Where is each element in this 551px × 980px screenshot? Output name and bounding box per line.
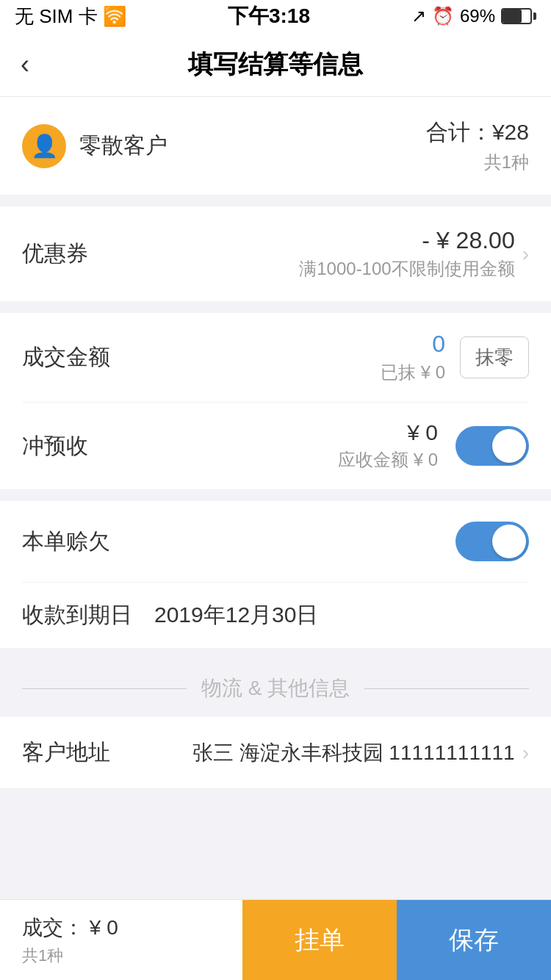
chevron-right-icon: › <box>522 242 529 266</box>
line-left <box>22 688 187 689</box>
toggle-knob <box>492 429 526 463</box>
transaction-label: 成交金额 <box>22 342 110 372</box>
hold-button-label: 挂单 <box>295 923 345 957</box>
prereceive-toggle[interactable] <box>455 426 529 466</box>
save-button[interactable]: 保存 <box>397 900 551 981</box>
line-right <box>364 688 529 689</box>
transaction-row: 成交金额 0 已抹 ¥ 0 抹零 <box>0 313 551 402</box>
prereceive-row: 冲预收 ¥ 0 应收金额 ¥ 0 <box>0 403 551 489</box>
back-button[interactable]: ‹ <box>21 49 29 80</box>
due-date-label: 收款到期日 <box>22 600 132 630</box>
transaction-sub: 已抹 ¥ 0 <box>381 361 445 384</box>
coupon-info: - ¥ 28.00 满1000-100不限制使用金额 <box>299 227 514 281</box>
prereceive-info: ¥ 0 应收金额 ¥ 0 <box>338 420 438 472</box>
page-title: 填写结算等信息 <box>188 48 363 82</box>
transaction-right: 0 已抹 ¥ 0 抹零 <box>381 331 529 384</box>
hold-button[interactable]: 挂单 <box>242 900 397 981</box>
coupon-desc: 满1000-100不限制使用金额 <box>299 257 514 281</box>
debt-toggle-knob <box>492 525 526 558</box>
customer-count: 共1种 <box>426 151 529 174</box>
customer-total: 合计：¥28 <box>426 118 529 148</box>
main-content: 👤 零散客户 合计：¥28 共1种 优惠券 - ¥ 28.00 满1000-10… <box>0 97 551 947</box>
battery-icon <box>501 8 536 24</box>
customer-card: 👤 零散客户 合计：¥28 共1种 <box>0 97 551 195</box>
status-left: 无 SIM 卡 🛜 <box>15 4 126 29</box>
debt-card: 本单赊欠 收款到期日 2019年12月30日 <box>0 501 551 648</box>
due-date-row: 收款到期日 2019年12月30日 <box>0 583 551 648</box>
bottom-bar: 成交： ¥ 0 共1种 挂单 保存 <box>0 899 551 980</box>
logistics-label: 物流 & 其他信息 <box>201 674 350 702</box>
nav-bar: ‹ 填写结算等信息 <box>0 32 551 97</box>
status-right: ↗ ⏰ 69% <box>411 6 536 26</box>
prereceive-right: ¥ 0 应收金额 ¥ 0 <box>338 420 529 472</box>
battery-label: 69% <box>460 6 495 26</box>
bottom-deal-amount: ¥ 0 <box>90 916 118 939</box>
status-time: 下午3:18 <box>228 2 310 30</box>
debt-label: 本单赊欠 <box>22 527 110 557</box>
coupon-card: 优惠券 - ¥ 28.00 满1000-100不限制使用金额 › <box>0 206 551 301</box>
coupon-amount: - ¥ 28.00 <box>299 227 514 254</box>
customer-right: 合计：¥28 共1种 <box>426 118 529 174</box>
sim-status: 无 SIM 卡 🛜 <box>15 4 126 29</box>
transaction-amount-col: 0 已抹 ¥ 0 <box>381 331 445 384</box>
address-card: 客户地址 张三 海淀永丰科技园 11111111111 › <box>0 717 551 788</box>
bottom-deal-label: 成交： <box>22 916 84 939</box>
status-bar: 无 SIM 卡 🛜 下午3:18 ↗ ⏰ 69% <box>0 0 551 32</box>
logistics-line: 物流 & 其他信息 <box>22 674 529 702</box>
debt-row: 本单赊欠 <box>0 501 551 582</box>
transaction-amount: 0 <box>381 331 445 358</box>
customer-name: 零散客户 <box>79 131 168 161</box>
customer-left: 👤 零散客户 <box>22 124 168 168</box>
coupon-row[interactable]: 优惠券 - ¥ 28.00 满1000-100不限制使用金额 › <box>0 206 551 301</box>
prereceive-sub: 应收金额 ¥ 0 <box>338 448 438 472</box>
prereceive-label: 冲预收 <box>22 431 88 461</box>
customer-avatar: 👤 <box>22 124 66 168</box>
bottom-info: 成交： ¥ 0 共1种 <box>0 914 242 967</box>
address-chevron-icon: › <box>522 741 529 765</box>
save-button-label: 保存 <box>449 923 499 957</box>
avatar-icon: 👤 <box>31 133 58 159</box>
bottom-count: 共1种 <box>22 945 220 967</box>
bottom-deal-row: 成交： ¥ 0 <box>22 914 220 942</box>
alarm-icon: ⏰ <box>432 6 454 26</box>
address-row[interactable]: 客户地址 张三 海淀永丰科技园 11111111111 › <box>0 717 551 788</box>
due-date-value: 2019年12月30日 <box>154 600 318 630</box>
address-label: 客户地址 <box>22 738 110 768</box>
debt-toggle[interactable] <box>455 522 529 561</box>
coupon-label: 优惠券 <box>22 239 88 269</box>
transaction-card: 成交金额 0 已抹 ¥ 0 抹零 冲预收 ¥ 0 应收金额 ¥ 0 <box>0 313 551 489</box>
location-icon: ↗ <box>411 6 426 26</box>
coupon-right: - ¥ 28.00 满1000-100不限制使用金额 › <box>299 227 529 281</box>
customer-row: 👤 零散客户 合计：¥28 共1种 <box>0 97 551 195</box>
address-value: 张三 海淀永丰科技园 11111111111 <box>132 739 515 767</box>
logistics-divider: 物流 & 其他信息 <box>0 660 551 717</box>
round-zero-button[interactable]: 抹零 <box>460 336 529 378</box>
prereceive-amount: ¥ 0 <box>338 420 438 445</box>
